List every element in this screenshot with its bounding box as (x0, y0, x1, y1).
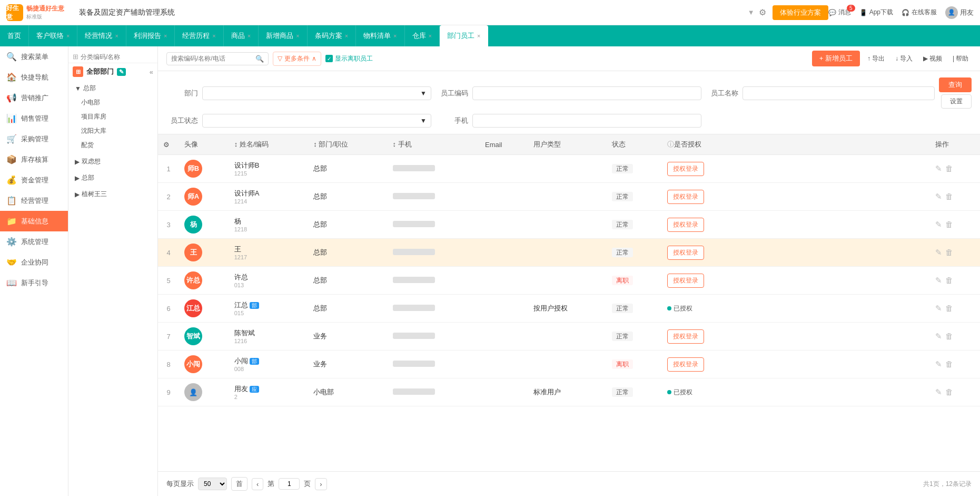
delete-icon[interactable]: 🗑 (945, 164, 953, 173)
export-button[interactable]: ↑ 导出 (864, 52, 888, 65)
per-page-select[interactable]: 50 20 100 (198, 478, 227, 490)
app-download-button[interactable]: 📱 App下载 (859, 8, 893, 17)
nav-tab-商品[interactable]: 商品 × (224, 25, 259, 46)
edit-icon[interactable]: ✎ (935, 192, 942, 201)
edit-icon[interactable]: ✎ (935, 359, 942, 369)
edit-icon[interactable]: ✎ (935, 276, 942, 285)
tree-group-title-shuangluxiang[interactable]: ▶ 双虑想 (68, 154, 157, 169)
empname-input[interactable] (743, 86, 935, 100)
col-settings[interactable]: ⚙ (158, 134, 179, 155)
user-menu[interactable]: 👤 用友 (945, 6, 974, 19)
edit-icon[interactable]: ✎ (935, 332, 942, 341)
delete-icon[interactable]: 🗑 (945, 276, 953, 285)
sidebar-item-快捷导航[interactable]: 🏠快捷导航 (0, 67, 68, 87)
delete-icon[interactable]: 🗑 (945, 387, 953, 397)
tree-search-input[interactable] (81, 53, 158, 61)
edit-icon[interactable]: ✎ (935, 220, 942, 229)
query-button[interactable]: 查询 (939, 77, 972, 92)
online-service-button[interactable]: 🎧 在线客服 (902, 8, 937, 17)
sidebar-item-系统管理[interactable]: ⚙️系统管理 (0, 231, 68, 252)
nav-tab-首页[interactable]: 首页 (0, 25, 29, 46)
sidebar-item-基础信息[interactable]: 📁基础信息 (0, 211, 68, 231)
close-tab-icon[interactable]: × (345, 33, 348, 39)
prev-page-button[interactable]: ‹ (252, 478, 263, 490)
sidebar-item-营销推广[interactable]: 📢营销推广 (0, 87, 68, 108)
close-tab-icon[interactable]: × (115, 33, 118, 39)
message-button[interactable]: 💬 消息 5 (828, 8, 851, 17)
help-button[interactable]: | 帮助 (949, 52, 972, 65)
tree-item-xiangmukufang[interactable]: 项目库房 (68, 110, 157, 124)
col-phone[interactable]: ↕ 手机 (388, 134, 480, 155)
close-tab-icon[interactable]: × (212, 33, 215, 39)
col-dept[interactable]: ↕ 部门/职位 (308, 134, 387, 155)
sidebar-item-采购管理[interactable]: 🛒采购管理 (0, 129, 68, 149)
dept-select[interactable]: ▼ (202, 86, 431, 100)
edit-icon[interactable]: ✎ (935, 248, 942, 257)
close-tab-icon[interactable]: × (477, 33, 480, 39)
auth-button[interactable]: 授权登录 (667, 218, 704, 232)
nav-tab-客户联络[interactable]: 客户联络 × (29, 25, 77, 46)
auth-button[interactable]: 授权登录 (667, 246, 704, 260)
sidebar-item-经营管理[interactable]: 📋经营管理 (0, 190, 68, 211)
nav-tab-条码方案[interactable]: 条码方案 × (308, 25, 356, 46)
sidebar-item-库存核算[interactable]: 📦库存核算 (0, 149, 68, 170)
nav-tab-经营历程[interactable]: 经营历程 × (175, 25, 223, 46)
nav-tab-利润报告[interactable]: 利润报告 × (126, 25, 175, 46)
nav-tab-物料清单[interactable]: 物料清单 × (356, 25, 404, 46)
nav-tab-新增商品[interactable]: 新增商品 × (259, 25, 307, 46)
auth-button[interactable]: 授权登录 (667, 274, 704, 288)
close-tab-icon[interactable]: × (248, 33, 251, 39)
edit-icon[interactable]: ✎ (935, 164, 942, 173)
view-button[interactable]: ▶ 视频 (920, 52, 945, 65)
empcode-input[interactable] (472, 86, 701, 100)
auth-button[interactable]: 授权登录 (667, 329, 704, 344)
sidebar-item-搜索菜单[interactable]: 🔍搜索菜单 (0, 46, 68, 67)
close-tab-icon[interactable]: × (429, 33, 432, 39)
delete-icon[interactable]: 🗑 (945, 304, 953, 313)
filter-button[interactable]: ▽ 更多条件 ∧ (273, 52, 321, 66)
add-employee-button[interactable]: + 新增员工 (812, 51, 860, 66)
edit-icon[interactable]: ✎ (935, 304, 942, 313)
show-resigned-checkbox[interactable]: ✓ 显示离职员工 (325, 54, 373, 63)
tree-collapse-button[interactable]: « (150, 68, 153, 76)
gear-icon[interactable]: ⚙ (759, 7, 766, 17)
nav-tab-仓库[interactable]: 仓库 × (405, 25, 440, 46)
close-tab-icon[interactable]: × (393, 33, 397, 39)
dropdown-arrow-icon[interactable]: ▼ (748, 8, 755, 16)
close-tab-icon[interactable]: × (164, 33, 167, 39)
tree-item-peihuo[interactable]: 配货 (68, 138, 157, 152)
edit-icon[interactable]: ✎ (935, 387, 942, 397)
delete-icon[interactable]: 🗑 (945, 192, 953, 201)
auth-button[interactable]: 授权登录 (667, 190, 704, 204)
sidebar-item-销售管理[interactable]: 📊销售管理 (0, 108, 68, 129)
auth-button[interactable]: 授权登录 (667, 357, 704, 372)
page-number-input[interactable] (279, 478, 300, 490)
sidebar-item-新手引导[interactable]: 📖新手引导 (0, 273, 68, 293)
empstatus-select[interactable]: ▼ (202, 114, 431, 128)
close-tab-icon[interactable]: × (66, 33, 70, 39)
delete-icon[interactable]: 🗑 (945, 220, 953, 229)
search-icon[interactable]: 🔍 (255, 55, 264, 63)
first-page-button[interactable]: 首 (231, 477, 248, 491)
tree-group-title-zongbu2[interactable]: ▶ 总部 (68, 171, 157, 185)
tree-group-title-zongbu[interactable]: ▼ 总部 (68, 81, 157, 95)
next-page-button[interactable]: › (315, 478, 326, 490)
trial-button[interactable]: 体验行业方案 (773, 5, 828, 20)
search-input[interactable] (171, 55, 255, 62)
phone-input[interactable] (472, 114, 701, 128)
sidebar-item-资金管理[interactable]: 💰资金管理 (0, 170, 68, 190)
tree-item-xiaodianbu[interactable]: 小电部 (68, 95, 157, 110)
auth-button[interactable]: 授权登录 (667, 162, 704, 176)
col-name[interactable]: ↕ 姓名/编码 (229, 134, 308, 155)
import-button[interactable]: ↓ 导入 (892, 52, 916, 65)
tree-edit-icon[interactable]: ✎ (117, 68, 126, 76)
tree-item-shenyangdaku[interactable]: 沈阳大库 (68, 124, 157, 138)
delete-icon[interactable]: 🗑 (945, 332, 953, 341)
nav-tab-部门员工[interactable]: 部门员工 × (440, 25, 488, 46)
tree-group-title-zhishuwangsan[interactable]: ▶ 植树王三 (68, 187, 157, 201)
delete-icon[interactable]: 🗑 (945, 248, 953, 257)
close-tab-icon[interactable]: × (296, 33, 299, 39)
delete-icon[interactable]: 🗑 (945, 359, 953, 369)
sidebar-item-企业协同[interactable]: 🤝企业协同 (0, 252, 68, 273)
nav-tab-经营情况[interactable]: 经营情况 × (77, 25, 126, 46)
